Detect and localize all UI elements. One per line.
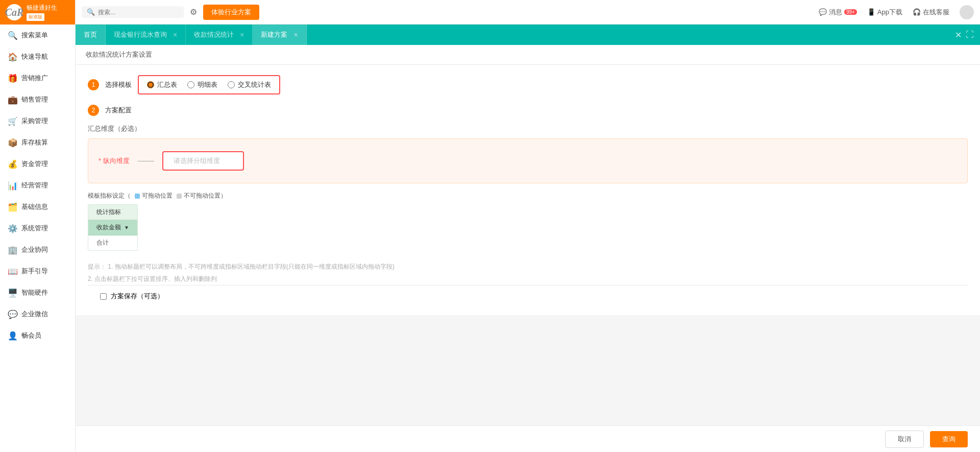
tab-receipt-stats[interactable]: 收款情况统计 × xyxy=(186,25,253,45)
service-icon: 🎧 xyxy=(913,8,921,16)
radio-cross-input[interactable] xyxy=(228,81,235,88)
metrics-label-row: 模板指标设定（ 可拖动位置 不可拖动位置） xyxy=(88,192,968,200)
sidebar-item-wechat[interactable]: 💬 企业微信 xyxy=(0,303,75,325)
tab-bar: 首页 现金银行流水查询 × 收款情况统计 × 新建方案 × ✕ ⛶ xyxy=(76,25,980,45)
home-icon: 🏠 xyxy=(8,52,17,61)
sidebar-item-member-label: 畅会员 xyxy=(21,331,41,340)
radio-cross-label: 交叉统计表 xyxy=(238,80,271,89)
tab-new-plan-close[interactable]: × xyxy=(293,31,298,39)
movable-badge: 可拖动位置 xyxy=(135,192,173,200)
sidebar-item-marketing-label: 营销推广 xyxy=(21,74,48,83)
guide-icon: 📖 xyxy=(8,267,17,276)
cancel-button[interactable]: 取消 xyxy=(885,431,924,448)
sidebar-item-system[interactable]: ⚙️ 系统管理 xyxy=(0,218,75,239)
dimension-title: 汇总维度（必选） xyxy=(88,124,968,133)
tip-1: 提示： 1. 拖动标题栏可以调整布局，不可跨维度或指标区域拖动栏目字段(只能在同… xyxy=(88,260,968,273)
service-item[interactable]: 🎧 在线客服 xyxy=(913,8,949,17)
radio-summary-label: 汇总表 xyxy=(157,80,177,89)
sidebar-item-sales[interactable]: 💼 销售管理 xyxy=(0,89,75,110)
sidebar-item-guide-label: 新手引导 xyxy=(21,267,48,276)
sidebar-item-inventory[interactable]: 📦 库存核算 xyxy=(0,132,75,153)
download-label: App下载 xyxy=(877,8,902,17)
radio-detail-input[interactable] xyxy=(187,81,194,88)
sidebar-item-enterprise[interactable]: 🏢 企业协同 xyxy=(0,239,75,260)
sidebar-nav: 🔍 搜索菜单 🏠 快速导航 🎁 营销推广 💼 销售管理 🛒 采购管理 📦 库存核… xyxy=(0,25,75,452)
unmovable-badge: 不可拖动位置） xyxy=(177,192,227,200)
header-search-box[interactable]: 🔍 xyxy=(82,6,184,18)
member-icon: 👤 xyxy=(8,331,17,340)
sidebar-item-hardware[interactable]: 🖥️ 智能硬件 xyxy=(0,282,75,303)
tab-close-all-icon[interactable]: ✕ xyxy=(955,30,962,40)
sidebar-item-sales-label: 销售管理 xyxy=(21,95,48,104)
tab-bank-flow[interactable]: 现金银行流水查询 × xyxy=(106,25,186,45)
metrics-col-label: 收款金额 xyxy=(96,223,121,232)
save-checkbox[interactable] xyxy=(100,293,107,300)
sidebar: CaR 畅捷通好生 标准版 🔍 搜索菜单 🏠 快速导航 🎁 营销推广 💼 销售管… xyxy=(0,0,76,452)
message-badge: 99+ xyxy=(844,9,857,15)
sidebar-item-marketing[interactable]: 🎁 营销推广 xyxy=(0,67,75,89)
tab-receipt-stats-label: 收款情况统计 xyxy=(194,30,234,39)
step2-label: 方案配置 xyxy=(105,106,132,115)
search-icon: 🔍 xyxy=(8,31,17,40)
form-section: 1 选择模板 汇总表 明细表 xyxy=(76,65,980,315)
sidebar-item-search-label: 搜索菜单 xyxy=(21,31,48,40)
trial-button[interactable]: 体验行业方案 xyxy=(203,5,259,20)
sidebar-item-member[interactable]: 👤 畅会员 xyxy=(0,325,75,346)
user-avatar[interactable] xyxy=(960,5,974,19)
query-button[interactable]: 查询 xyxy=(930,431,968,447)
sidebar-item-quicknav-label: 快速导航 xyxy=(21,52,48,61)
metrics-row-total: 合计 xyxy=(88,235,137,250)
tab-receipt-stats-close[interactable]: × xyxy=(240,31,244,39)
top-header: 🔍 ⚙ 体验行业方案 💬 消息 99+ 📱 App下载 🎧 在线客服 xyxy=(76,0,980,25)
sidebar-item-finance[interactable]: 💰 资金管理 xyxy=(0,153,75,175)
search-icon: 🔍 xyxy=(87,8,95,16)
message-item[interactable]: 💬 消息 99+ xyxy=(819,8,857,17)
search-input[interactable] xyxy=(98,9,169,16)
metrics-col-header[interactable]: 收款金额 ▼ xyxy=(88,220,137,235)
metrics-table: 统计指标 收款金额 ▼ 合计 xyxy=(88,204,138,251)
step1-label: 选择模板 xyxy=(105,80,132,89)
hardware-icon: 🖥️ xyxy=(8,288,17,297)
movable-dot xyxy=(135,194,140,199)
sidebar-item-basicinfo[interactable]: 🗂️ 基础信息 xyxy=(0,196,75,218)
sidebar-item-operations[interactable]: 📊 经营管理 xyxy=(0,175,75,196)
radio-detail[interactable]: 明细表 xyxy=(187,80,217,89)
tips-section: 提示： 1. 拖动标题栏可以调整布局，不可跨维度或指标区域拖动栏目字段(只能在同… xyxy=(88,260,968,285)
radio-summary[interactable]: 汇总表 xyxy=(147,80,177,89)
radio-summary-input[interactable] xyxy=(147,81,154,88)
step2-title-row: 2 方案配置 xyxy=(88,105,968,116)
sidebar-item-hardware-label: 智能硬件 xyxy=(21,288,48,297)
system-icon: ⚙️ xyxy=(8,224,17,233)
tab-new-plan-label: 新建方案 xyxy=(261,30,287,39)
tip-2: 2. 点击标题栏下拉可设置排序、插入列和删除列 xyxy=(88,273,968,285)
gear-icon[interactable]: ⚙ xyxy=(190,7,197,17)
unmovable-dot xyxy=(177,194,182,199)
sidebar-item-quicknav[interactable]: 🏠 快速导航 xyxy=(0,46,75,67)
logo-badge: 标准版 xyxy=(27,13,44,21)
dimension-select[interactable]: 请选择分组维度 xyxy=(162,151,244,171)
breadcrumb-text: 收款情况统计方案设置 xyxy=(86,51,152,58)
tab-home[interactable]: 首页 xyxy=(76,25,106,45)
sidebar-item-guide[interactable]: 📖 新手引导 xyxy=(0,260,75,282)
step1-row: 1 选择模板 汇总表 明细表 xyxy=(88,75,968,94)
tab-bank-flow-close[interactable]: × xyxy=(173,31,177,39)
sidebar-item-purchase[interactable]: 🛒 采购管理 xyxy=(0,110,75,132)
dimension-panel: * 纵向维度 —— 请选择分组维度 xyxy=(88,138,968,183)
download-item[interactable]: 📱 App下载 xyxy=(867,8,902,17)
radio-cross[interactable]: 交叉统计表 xyxy=(228,80,271,89)
sidebar-item-system-label: 系统管理 xyxy=(21,224,48,233)
header-right: 💬 消息 99+ 📱 App下载 🎧 在线客服 xyxy=(819,5,974,19)
radio-detail-label: 明细表 xyxy=(198,80,217,89)
enterprise-icon: 🏢 xyxy=(8,245,17,254)
metrics-section: 模板指标设定（ 可拖动位置 不可拖动位置） xyxy=(88,192,968,252)
metrics-section-header: 统计指标 xyxy=(88,205,137,220)
content-area: 收款情况统计方案设置 1 选择模板 汇总表 明细表 xyxy=(76,45,980,425)
step2-section: 2 方案配置 汇总维度（必选） * 纵向维度 —— 请选择分组维度 xyxy=(88,105,968,285)
tab-expand-icon[interactable]: ⛶ xyxy=(966,30,974,39)
footer-bar: 取消 查询 xyxy=(76,425,980,452)
tab-new-plan[interactable]: 新建方案 × xyxy=(253,25,306,45)
tab-bar-actions: ✕ ⛶ xyxy=(949,25,980,45)
sidebar-item-finance-label: 资金管理 xyxy=(21,159,48,169)
main-area: 🔍 ⚙ 体验行业方案 💬 消息 99+ 📱 App下载 🎧 在线客服 首页 xyxy=(76,0,980,452)
sidebar-item-search[interactable]: 🔍 搜索菜单 xyxy=(0,25,75,46)
